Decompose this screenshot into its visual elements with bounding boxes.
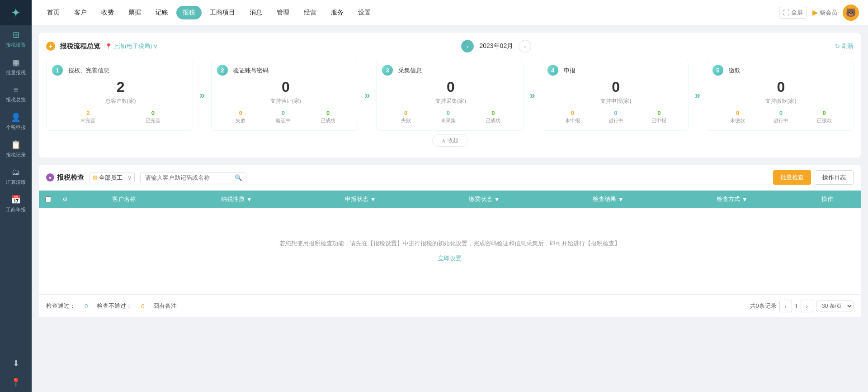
step-2-card: 2 验证账号密码 0 支持验证(家) 0 失败 0 验证中: [211, 60, 358, 131]
batch-tax-icon: ▦: [12, 57, 20, 67]
collapse-label: 收起: [448, 137, 458, 144]
check-title: ● 报税检查: [46, 173, 84, 182]
sidebar-item-tax-overview[interactable]: ≡ 报税总览: [0, 81, 32, 108]
filter-icon[interactable]: ▼: [370, 196, 376, 203]
sidebar-item-annual-settlement[interactable]: 🗂 汇算清缴: [0, 163, 32, 190]
stat-lbl: 未完善: [80, 117, 95, 124]
step-4-title: 申报: [564, 67, 681, 75]
batch-check-button[interactable]: 批量检查: [773, 170, 811, 185]
location-text: 上海(电子税局): [113, 42, 152, 50]
play-icon: ▶: [812, 8, 818, 17]
step-4-label: 支持申报(家): [551, 97, 681, 105]
sidebar-bottom: ⬇ 📍: [0, 354, 32, 392]
overview-plus-icon: +: [46, 42, 55, 51]
sidebar-item-label: 批量报税: [6, 69, 26, 76]
tax-settings-icon: ⊞: [13, 30, 19, 40]
settings-icon[interactable]: ⚙: [62, 196, 68, 203]
nav-item-accounting[interactable]: 记账: [149, 6, 175, 19]
sidebar-item-tax-settings[interactable]: ⊞ 报税设置: [0, 25, 32, 53]
step-1-title: 授权、完善信息: [68, 67, 185, 75]
nav-item-industrial[interactable]: 工商项目: [203, 6, 241, 19]
sidebar-item-label: 报税记录: [6, 152, 26, 158]
stat-val: 0: [404, 110, 407, 116]
nav-item-invoices[interactable]: 票据: [122, 6, 147, 19]
sidebar-item-label: 报税总览: [6, 96, 26, 103]
page-size-select[interactable]: 30 条/页: [816, 301, 854, 311]
client-search-input[interactable]: [141, 172, 231, 183]
sidebar-item-location[interactable]: 📍: [0, 373, 32, 392]
filter-icon[interactable]: ▼: [742, 196, 748, 203]
step-2-num: 2: [217, 65, 228, 76]
step-5-count: 0: [716, 78, 846, 96]
refresh-button[interactable]: ↻ 刷新: [835, 42, 854, 50]
arrow-1: »: [193, 60, 211, 131]
next-page-button[interactable]: ›: [801, 300, 813, 312]
user-avatar[interactable]: 🐻: [843, 5, 859, 21]
step-1-stat-0: 2 未完善: [80, 110, 95, 124]
step-1-count: 2: [56, 78, 185, 96]
step-4-stat-1: 0 进行中: [609, 110, 623, 124]
fail-count[interactable]: 0: [141, 303, 144, 310]
pagination: 共0条记录 ‹ 1 › 30 条/页: [750, 300, 854, 312]
table-footer: 检查通过： 0 检查不通过： 0 囧有备注 共0条记录 ‹ 1 › 30 条/页: [39, 295, 861, 317]
fullscreen-icon: ⛶: [783, 9, 789, 16]
location-marker: 📍: [105, 43, 112, 50]
arrow-4: »: [689, 60, 707, 131]
date-navigation: ‹ 2023年02月 ›: [461, 40, 531, 53]
th-tax-filter: 纳税性质 ▼: [221, 195, 252, 203]
nav-item-services[interactable]: 服务: [325, 6, 350, 19]
setup-link[interactable]: 立即设置: [438, 255, 462, 262]
step-3-stat-2: 0 已成功: [486, 110, 500, 124]
overview-header: + 报税流程总览 📍 上海(电子税局) ∨ ‹ 2023年02月 › ↻ 刷新: [46, 40, 854, 53]
collapse-button[interactable]: ∧ 收起: [432, 134, 468, 147]
nav-item-clients[interactable]: 客户: [68, 6, 93, 19]
prev-month-button[interactable]: ‹: [461, 40, 474, 53]
sidebar-item-tax-records[interactable]: 📋 报税记录: [0, 135, 32, 163]
select-all-checkbox[interactable]: [45, 196, 51, 202]
filter-icon[interactable]: ▼: [618, 196, 624, 203]
overview-location[interactable]: 📍 上海(电子税局) ∨: [105, 42, 158, 50]
next-month-button[interactable]: ›: [519, 40, 531, 53]
sidebar-item-download[interactable]: ⬇: [0, 354, 32, 373]
step-2-stat-1: 0 验证中: [276, 110, 291, 124]
th-declare-status: 申报状态 ▼: [298, 191, 422, 208]
operation-log-button[interactable]: 操作日志: [815, 170, 854, 185]
nav-item-home[interactable]: 首页: [41, 6, 66, 19]
nav-item-settings[interactable]: 设置: [352, 6, 377, 19]
th-pay-filter: 缴费状态 ▼: [469, 195, 500, 203]
fullscreen-button[interactable]: ⛶ 全屏: [779, 7, 807, 19]
member-label: 畅会员: [820, 9, 837, 17]
sidebar-item-label: 汇算清缴: [6, 179, 26, 186]
member-button[interactable]: ▶ 畅会员: [812, 8, 837, 17]
employee-filter-icon: ▦: [92, 174, 97, 181]
page-number: 1: [795, 303, 798, 310]
tax-check-card: ● 报税检查 ▦ 全部员工 ∨ 🔍 批量检查 操作日志: [39, 165, 861, 317]
stat-val: 0: [779, 110, 783, 116]
location-icon: 📍: [11, 378, 21, 387]
step-1-label: 总客户数(家): [56, 97, 185, 105]
sidebar-item-personal-tax[interactable]: 👤 个税申报: [0, 108, 32, 135]
sidebar-item-label: 工商年报: [6, 206, 26, 213]
filter-icon[interactable]: ▼: [494, 196, 500, 203]
stat-lbl: 进行中: [609, 117, 623, 124]
nav-item-operations[interactable]: 经营: [297, 6, 323, 19]
pass-count[interactable]: 0: [85, 303, 88, 310]
prev-page-button[interactable]: ‹: [779, 300, 792, 312]
stat-lbl: 失败: [236, 117, 245, 124]
filter-icon[interactable]: ▼: [246, 196, 252, 203]
employee-filter-wrapper: ▦ 全部员工 ∨: [90, 172, 135, 183]
sidebar-item-annual-report[interactable]: 📅 工商年报: [0, 190, 32, 218]
empty-state-cell: 若您想使用报税检查功能，请先在【报税设置】中进行报税的初始化设置，完成密码验证和…: [39, 208, 861, 295]
step-5-label: 支持缴款(家): [716, 97, 846, 105]
stat-lbl: 未采集: [441, 117, 456, 124]
th-method-filter: 检查方式 ▼: [717, 195, 748, 203]
nav-item-tax[interactable]: 报税: [176, 6, 202, 19]
stat-lbl: 已成功: [321, 117, 335, 124]
nav-item-fees[interactable]: 收费: [95, 6, 120, 19]
nav-item-messages[interactable]: 消息: [243, 6, 269, 19]
nav-item-management[interactable]: 管理: [270, 6, 296, 19]
table-head: ⚙ 客户名称 纳税性质 ▼: [39, 191, 861, 208]
sidebar-item-batch-tax[interactable]: ▦ 批量报税: [0, 53, 32, 81]
search-button[interactable]: 🔍: [231, 172, 246, 183]
stat-val: 2: [86, 110, 90, 116]
